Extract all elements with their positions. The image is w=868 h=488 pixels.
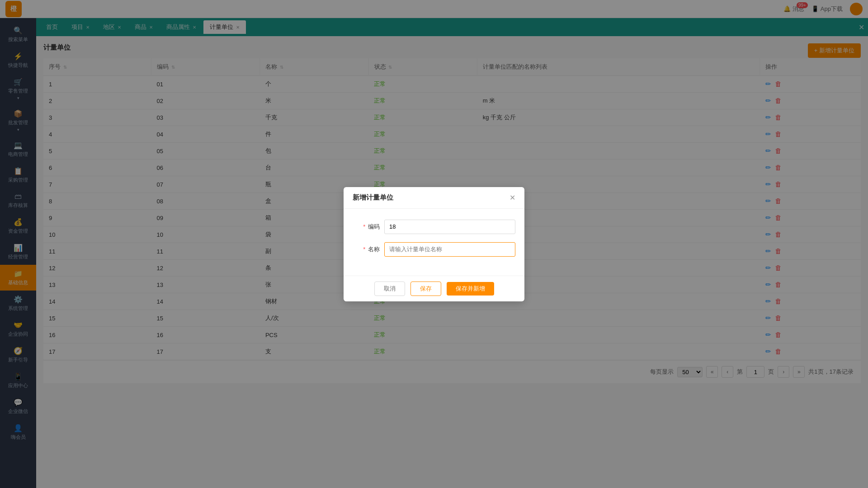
modal-footer: 取消 保存 保存并新增	[344, 276, 524, 301]
form-row-name: * 名称	[353, 242, 515, 257]
cancel-button[interactable]: 取消	[374, 282, 405, 296]
code-required-star: *	[363, 223, 365, 230]
modal-body: * 编码 * 名称	[344, 209, 524, 276]
save-button[interactable]: 保存	[410, 282, 441, 296]
form-name-label: * 名称	[353, 245, 380, 253]
save-and-new-button[interactable]: 保存并新增	[447, 282, 494, 296]
name-input[interactable]	[384, 242, 515, 257]
modal-title: 新增计量单位	[353, 193, 393, 202]
add-unit-modal: 新增计量单位 ✕ * 编码 * 名称 取消 保存 保存并新增	[344, 187, 524, 301]
form-code-label: * 编码	[353, 223, 380, 231]
name-required-star: *	[363, 246, 365, 253]
modal-header: 新增计量单位 ✕	[344, 187, 524, 209]
form-row-code: * 编码	[353, 220, 515, 234]
code-input[interactable]	[384, 220, 515, 234]
modal-overlay: 新增计量单位 ✕ * 编码 * 名称 取消 保存 保存并新增	[0, 0, 868, 488]
modal-close-button[interactable]: ✕	[509, 193, 515, 202]
